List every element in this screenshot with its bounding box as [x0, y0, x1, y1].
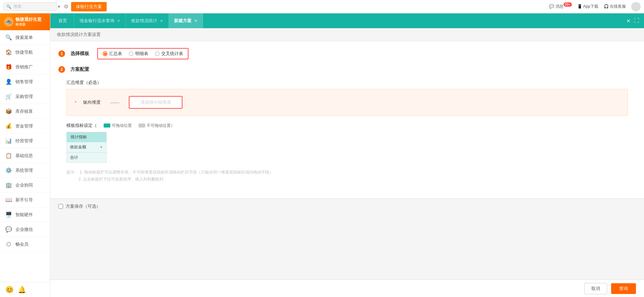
radio-cross-circle: [155, 51, 160, 56]
operations-icon: 📊: [5, 138, 12, 144]
fixed-tag: 不可拖动位置）: [139, 123, 175, 129]
sidebar-item-sales[interactable]: 👤 销售管理: [0, 75, 50, 89]
app-download[interactable]: 📱 App下载: [577, 4, 598, 9]
tab-home[interactable]: 首页: [52, 13, 74, 28]
member-icon: ⬡: [5, 241, 12, 247]
movable-color-rect: [104, 123, 110, 128]
tab-close-window-btn[interactable]: ✕: [626, 18, 631, 24]
main-layout: 🐟 畅捷通好生意 标准版 🔍 搜索菜单 🏠 快捷导航 🎁 营销推广 👤 销售管理: [0, 13, 644, 297]
tab-cash-bank[interactable]: 现金银行流水查询 ✕: [74, 13, 126, 28]
search-icon: 🔍: [6, 4, 11, 9]
sidebar-item-quick-nav[interactable]: 🏠 快捷导航: [0, 45, 50, 60]
stats-table: 统计指标 收款金额 ▼ 合计: [66, 132, 107, 163]
fixed-color-rect: [139, 123, 145, 128]
notification-area[interactable]: 💬 消息99+: [549, 4, 572, 9]
sidebar-item-inventory[interactable]: 📦 库存核算: [0, 104, 50, 119]
header-dropdown-chevron[interactable]: ▼: [57, 4, 61, 9]
header-search[interactable]: 🔍 搜索: [3, 2, 57, 11]
radio-summary-circle: [103, 51, 107, 56]
sidebar-item-corp-collab[interactable]: 🏢 企业协同: [0, 178, 50, 193]
save-section: 方案保存（可选）: [50, 198, 644, 214]
dimension-box: * 纵向维度 —— 请选择分组维度: [66, 89, 628, 116]
sidebar: 🐟 畅捷通好生意 标准版 🔍 搜索菜单 🏠 快捷导航 🎁 营销推广 👤 销售管理: [0, 13, 50, 297]
tab-maximize-btn[interactable]: ⛶: [634, 18, 639, 24]
query-button[interactable]: 查询: [611, 283, 636, 294]
footer-icon-1[interactable]: 😊: [5, 286, 14, 294]
step2-label: 方案配置: [70, 66, 89, 72]
dimension-section: 汇总维度（必选） * 纵向维度 —— 请选择分组维度: [66, 80, 628, 116]
radio-detail[interactable]: 明细表: [129, 51, 148, 57]
sales-icon: 👤: [5, 79, 12, 85]
content-area: 首页 现金银行流水查询 ✕ 收款情况统计 ✕ 新建方案 ✕ ✕ ⛶ 收款情况统计…: [50, 13, 644, 297]
dimension-title: 汇总维度（必选）: [66, 80, 628, 86]
user-avatar[interactable]: [631, 2, 641, 11]
sidebar-item-member[interactable]: ⬡ 畅会员: [0, 237, 50, 252]
form-section: 1 选择模板 汇总表 明细表 交叉统计表: [50, 41, 644, 198]
step1-badge: 1: [58, 50, 65, 57]
corp-collab-icon: 🏢: [5, 182, 12, 188]
arrow-icon: ——: [110, 100, 119, 105]
indicator-header: 模板指标设定（ 可拖动位置 不可拖动位置）: [66, 122, 628, 129]
inventory-icon: 📦: [5, 108, 12, 114]
footer-bar: 取消 查询: [50, 280, 644, 297]
system-icon: ⚙️: [5, 167, 12, 174]
finance-icon: 💰: [5, 123, 12, 129]
cancel-button[interactable]: 取消: [584, 283, 607, 294]
hint-area: 提示： 1. 拖动标题栏可以调整布局，不可跨维度或指标区域拖动栏目字段（只能在同…: [66, 169, 628, 182]
top-header: 🔍 搜索 ▼ ⚙ 体验行业方案 💬 消息99+ 📱 App下载 🎧 在线客服: [0, 0, 644, 13]
trial-button[interactable]: 体验行业方案: [71, 2, 107, 11]
config-area: 汇总维度（必选） * 纵向维度 —— 请选择分组维度: [58, 80, 636, 192]
step2-header-row: 2 方案配置: [58, 66, 636, 73]
page-title: 收款情况统计方案设置: [50, 28, 644, 41]
sidebar-item-operations[interactable]: 📊 经营管理: [0, 134, 50, 148]
indicator-section: 模板指标设定（ 可拖动位置 不可拖动位置）: [66, 122, 628, 182]
logo-icon: 🐟: [4, 17, 13, 27]
sidebar-item-purchase[interactable]: 🛒 采购管理: [0, 89, 50, 104]
sidebar-item-smart-hw[interactable]: 🖥️ 智能硬件: [0, 207, 50, 222]
tab-close-cash-bank[interactable]: ✕: [117, 19, 120, 23]
sidebar-item-weixin[interactable]: 💬 企业微信: [0, 222, 50, 237]
sidebar-logo: 🐟 畅捷通好生意 标准版: [0, 13, 50, 30]
weixin-icon: 💬: [5, 226, 12, 233]
sidebar-item-system[interactable]: ⚙️ 系统管理: [0, 163, 50, 178]
quick-nav-icon: 🏠: [5, 49, 12, 55]
indicator-header-title: 模板指标设定（: [66, 122, 97, 129]
stats-table-header: 统计指标: [67, 132, 106, 142]
stats-cell-amount[interactable]: 收款金额 ▼: [67, 142, 106, 152]
sidebar-item-search-menu[interactable]: 🔍 搜索菜单: [0, 30, 50, 45]
sidebar-item-marketing[interactable]: 🎁 营销推广: [0, 60, 50, 75]
tab-bar-actions: ✕ ⛶: [626, 18, 643, 24]
stats-cell-amount-label: 收款金额: [70, 144, 86, 150]
tab-new-plan[interactable]: 新建方案 ✕: [169, 13, 203, 28]
stats-cell-chevron[interactable]: ▼: [100, 145, 103, 149]
header-right-area: 💬 消息99+ 📱 App下载 🎧 在线客服: [549, 2, 641, 11]
step2-badge: 2: [58, 66, 65, 73]
page-content: 收款情况统计方案设置 1 选择模板 汇总表 明细表: [50, 28, 644, 280]
save-checkbox[interactable]: [58, 204, 63, 209]
radio-summary[interactable]: 汇总表: [103, 51, 122, 57]
movable-tag: 可拖动位置: [104, 123, 132, 129]
radio-detail-circle: [129, 51, 133, 56]
online-service[interactable]: 🎧 在线客服: [604, 4, 626, 9]
search-placeholder: 搜索: [13, 4, 21, 9]
step2-section: 2 方案配置 汇总维度（必选） * 纵向维度 —— 请: [58, 66, 636, 192]
sidebar-item-guide[interactable]: 📖 新手引导: [0, 193, 50, 207]
purchase-icon: 🛒: [5, 93, 12, 100]
tab-receipts[interactable]: 收款情况统计 ✕: [126, 13, 169, 28]
sidebar-footer: 😊 🔔: [0, 282, 50, 297]
required-star: *: [75, 100, 76, 105]
radio-cross[interactable]: 交叉统计表: [155, 51, 183, 57]
marketing-icon: 🎁: [5, 64, 12, 70]
dimension-placeholder[interactable]: 请选择分组维度: [129, 96, 182, 109]
step1-label: 选择模板: [70, 51, 89, 57]
footer-icon-2[interactable]: 🔔: [18, 286, 26, 294]
template-radio-group: 汇总表 明细表 交叉统计表: [97, 48, 189, 59]
stats-total: 合计: [67, 152, 106, 162]
settings-icon[interactable]: ⚙: [64, 3, 68, 10]
sidebar-item-base-info[interactable]: 📋 基础信息: [0, 148, 50, 163]
sidebar-nav: 🔍 搜索菜单 🏠 快捷导航 🎁 营销推广 👤 销售管理 🛒 采购管理 📦: [0, 30, 50, 282]
tab-close-receipts[interactable]: ✕: [160, 19, 163, 23]
sidebar-item-finance[interactable]: 💰 资金管理: [0, 119, 50, 134]
tab-close-new-plan[interactable]: ✕: [194, 19, 197, 23]
guide-icon: 📖: [5, 197, 12, 203]
